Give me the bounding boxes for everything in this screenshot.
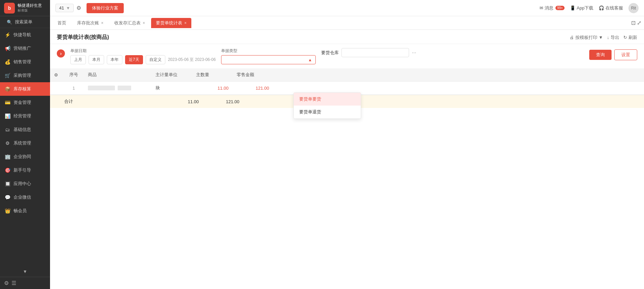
sidebar-label-vip: 畅会员 xyxy=(14,208,27,214)
refresh-btn[interactable]: ↻ 刷新 xyxy=(623,35,637,41)
tab-receive-summary-label: 收发存汇总表 xyxy=(114,20,141,26)
sidebar-item-business[interactable]: 📊 经营管理 xyxy=(0,109,50,123)
tab-home[interactable]: 首页 xyxy=(53,18,71,28)
sidebar-item-marketing[interactable]: 📢 营销推广 xyxy=(0,42,50,55)
filter-expand-btn[interactable]: › xyxy=(57,49,65,58)
warehouse-input[interactable] xyxy=(341,48,409,57)
sidebar-label-app-center: 应用中心 xyxy=(14,181,31,187)
topbar: 41 ▼ ⚙ 体验行业方案 ✉ 消息 99+ 📱 App下载 🎧 在线客服 Ri… xyxy=(50,0,644,16)
date-last-7-btn[interactable]: 近7天 xyxy=(125,55,143,64)
sidebar-label-guide: 新手引导 xyxy=(14,167,31,173)
sidebar-search[interactable]: 🔍 搜索菜单 xyxy=(0,16,50,28)
tab-inventory-batch-close[interactable]: × xyxy=(101,21,103,25)
filter-actions: 查询 设置 xyxy=(589,49,637,60)
content-area: 要货单统计表(按商品) 🖨 按模板打印 ▼ ↓ 导出 ↻ 刷新 › xyxy=(50,30,644,289)
warehouse-more-icon[interactable]: ··· xyxy=(412,50,416,56)
warehouse-filter: 要货仓库 ··· xyxy=(321,48,416,57)
select-arrow-up-icon: ▲ xyxy=(308,58,312,62)
sidebar-item-sales[interactable]: 💰 销售管理 xyxy=(0,55,50,69)
date-this-month-btn[interactable]: 本月 xyxy=(89,55,104,64)
tab-inventory-batch[interactable]: 库存批次账 × xyxy=(72,18,108,28)
app-download-label: App下载 xyxy=(577,5,593,11)
system-icon: ⚙ xyxy=(4,140,11,147)
refresh-icon: ↻ xyxy=(623,35,627,40)
enterprise-icon: 🏢 xyxy=(4,153,11,160)
footer-label: 合计 xyxy=(54,98,162,105)
trial-btn[interactable]: 体验行业方案 xyxy=(87,3,124,13)
sidebar-settings-btn[interactable]: ⚙ xyxy=(4,280,9,286)
doc-type-input[interactable] xyxy=(225,57,307,62)
sidebar-item-inventory[interactable]: 📦 库存核算 xyxy=(0,82,50,96)
sidebar-label-enterprise: 企业协同 xyxy=(14,154,31,160)
message-action[interactable]: ✉ 消息 99+ xyxy=(540,5,565,11)
sidebar-item-vip[interactable]: 👑 畅会员 xyxy=(0,204,50,218)
sidebar-label-marketing: 营销推广 xyxy=(14,45,31,51)
sidebar-label-finance: 资金管理 xyxy=(14,99,31,106)
info-icon: 🗂 xyxy=(4,126,11,133)
doc-type-dropdown: 要货单要货 要货单退货 xyxy=(293,92,361,119)
message-icon: ✉ xyxy=(540,5,543,10)
export-btn[interactable]: ↓ 导出 xyxy=(607,35,620,41)
col-settings[interactable]: ⚙ xyxy=(50,68,64,82)
date-this-year-btn[interactable]: 本年 xyxy=(107,55,122,64)
sidebar-item-info[interactable]: 🗂 基础信息 xyxy=(0,123,50,136)
page-title: 要货单统计表(按商品) xyxy=(57,34,109,41)
query-btn[interactable]: 查询 xyxy=(589,50,612,60)
inventory-icon: 📦 xyxy=(4,86,11,92)
sidebar-item-quick-nav[interactable]: ⚡ 快捷导航 xyxy=(0,28,50,42)
sidebar-nav: ⚡ 快捷导航 📢 营销推广 💰 销售管理 🛒 采购管理 📦 库存核算 💳 资金管… xyxy=(0,28,50,266)
sidebar-menu-btn[interactable]: ☰ xyxy=(11,280,16,286)
support-action[interactable]: 🎧 在线客服 xyxy=(599,5,623,11)
date-filter-label: 单据日期 xyxy=(70,48,216,54)
doc-type-select[interactable]: ▲ xyxy=(221,55,316,64)
tab-order-summary[interactable]: 要货单统计表 × xyxy=(151,18,191,28)
sidebar-item-finance[interactable]: 💳 资金管理 xyxy=(0,96,50,109)
sidebar-label-quick-nav: 快捷导航 xyxy=(14,32,31,38)
support-icon: 🎧 xyxy=(599,5,604,10)
app-download-action[interactable]: 📱 App下载 xyxy=(570,5,593,11)
sidebar-item-app-center[interactable]: 🔲 应用中心 xyxy=(0,177,50,191)
export-icon: ↓ xyxy=(607,35,610,40)
filter-bar: › 单据日期 上月 本月 本年 近7天 自定义 2023-05-06 至 202… xyxy=(50,44,644,68)
date-prev-month-btn[interactable]: 上月 xyxy=(70,55,86,64)
tab-order-summary-close[interactable]: × xyxy=(184,21,187,25)
tab-expand-btn[interactable]: ⊡ xyxy=(631,20,636,26)
business-icon: 📊 xyxy=(4,113,11,119)
sales-icon: 💰 xyxy=(4,59,11,65)
sidebar-item-system[interactable]: ⚙ 系统管理 xyxy=(0,136,50,150)
sidebar-logo: b 畅捷通好生意 标准版 xyxy=(0,0,50,16)
tab-fullscreen-btn[interactable]: ⤢ xyxy=(637,20,641,26)
dropdown-item-order-return[interactable]: 要货单退货 xyxy=(294,106,361,118)
sidebar-item-guide[interactable]: 🎯 新手引导 xyxy=(0,163,50,177)
sidebar-bottom: ⚙ ☰ xyxy=(0,277,50,289)
page-actions: 🖨 按模板打印 ▼ ↓ 导出 ↻ 刷新 xyxy=(570,35,637,41)
dropdown-item-order-purchase[interactable]: 要货单要货 xyxy=(294,93,361,106)
sidebar-item-enterprise[interactable]: 🏢 企业协同 xyxy=(0,150,50,163)
sidebar-scroll-down-btn[interactable]: ▼ xyxy=(21,268,28,275)
sidebar-label-system: 系统管理 xyxy=(14,140,31,146)
sidebar-item-purchase[interactable]: 🛒 采购管理 xyxy=(0,69,50,82)
sidebar-label-inventory: 库存核算 xyxy=(14,86,31,92)
product-placeholder-2 xyxy=(118,86,131,90)
warehouse-label: 要货仓库 xyxy=(321,50,339,56)
tab-receive-summary[interactable]: 收发存汇总表 × xyxy=(110,18,150,28)
quick-nav-icon: ⚡ xyxy=(4,31,11,38)
date-filter-group: 单据日期 上月 本月 本年 近7天 自定义 2023-05-06 至 2023-… xyxy=(70,48,216,64)
store-selector[interactable]: 41 ▼ xyxy=(55,4,74,12)
chevron-down-icon: ▼ xyxy=(66,6,70,10)
col-empty xyxy=(273,68,644,82)
date-custom-btn[interactable]: 自定义 xyxy=(146,55,165,64)
sidebar-label-wechat: 企业微信 xyxy=(14,194,31,200)
col-product: 商品 xyxy=(84,68,151,82)
data-table: ⚙ 序号 商品 主计量单位 主数量 零售金额 1 xyxy=(50,68,644,95)
user-avatar[interactable]: Rit xyxy=(628,3,639,13)
sidebar-item-wechat[interactable]: 💬 企业微信 xyxy=(0,191,50,204)
filter-settings-btn[interactable]: 设置 xyxy=(614,49,637,60)
finance-icon: 💳 xyxy=(4,99,11,106)
topbar-left: 41 ▼ ⚙ 体验行业方案 xyxy=(55,3,540,13)
topbar-gear-btn[interactable]: ⚙ xyxy=(74,3,84,13)
tab-receive-summary-close[interactable]: × xyxy=(143,21,145,25)
tab-order-summary-label: 要货单统计表 xyxy=(156,20,182,26)
sidebar-scroll: ▼ xyxy=(0,266,50,277)
print-template-btn[interactable]: 🖨 按模板打印 ▼ xyxy=(570,35,603,41)
